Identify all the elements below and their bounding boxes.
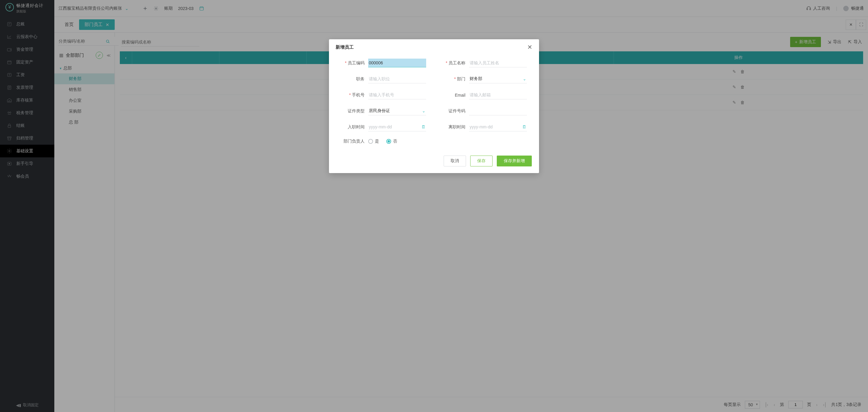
chevron-down-icon[interactable]: ⌄ <box>422 109 426 113</box>
email-input[interactable] <box>469 91 527 99</box>
save-and-new-button[interactable]: 保存并新增 <box>497 155 532 167</box>
label-idtype: 证件类型 <box>341 109 368 114</box>
label-idno: 证件号码 <box>442 109 469 114</box>
new-employee-modal: 新增员工 ✕ 员工编码 员工名称 职务 部门 ⌄ <box>329 39 539 173</box>
dept-select[interactable] <box>469 75 527 83</box>
hire-date-input[interactable] <box>368 123 426 131</box>
idtype-select[interactable] <box>368 107 426 115</box>
calendar-icon[interactable]: 🗓 <box>522 124 526 129</box>
modal-overlay: 新增员工 ✕ 员工编码 员工名称 职务 部门 ⌄ <box>0 0 868 412</box>
phone-input[interactable] <box>368 91 426 99</box>
title-input[interactable] <box>368 75 426 83</box>
modal-close-button[interactable]: ✕ <box>527 44 532 50</box>
label-code: 员工编码 <box>341 60 368 66</box>
save-button[interactable]: 保存 <box>470 155 493 167</box>
modal-title: 新增员工 <box>336 45 354 50</box>
idno-input[interactable] <box>469 107 527 115</box>
label-leave: 离职时间 <box>442 124 469 130</box>
calendar-icon[interactable]: 🗓 <box>421 124 426 129</box>
cancel-button[interactable]: 取消 <box>444 155 466 167</box>
chevron-down-icon[interactable]: ⌄ <box>523 77 526 81</box>
leave-date-input[interactable] <box>469 123 527 131</box>
leader-radio-yes[interactable]: 是 <box>368 139 379 144</box>
leader-radio-no[interactable]: 否 <box>386 139 397 144</box>
label-title: 职务 <box>341 77 368 82</box>
label-hire: 入职时间 <box>341 124 368 130</box>
label-email: Email <box>442 93 469 97</box>
label-name: 员工名称 <box>442 60 469 66</box>
label-leader: 部门负责人 <box>341 139 368 144</box>
name-input[interactable] <box>469 59 527 67</box>
label-phone: 手机号 <box>341 92 368 98</box>
code-input[interactable] <box>368 59 426 67</box>
label-dept: 部门 <box>442 77 469 82</box>
